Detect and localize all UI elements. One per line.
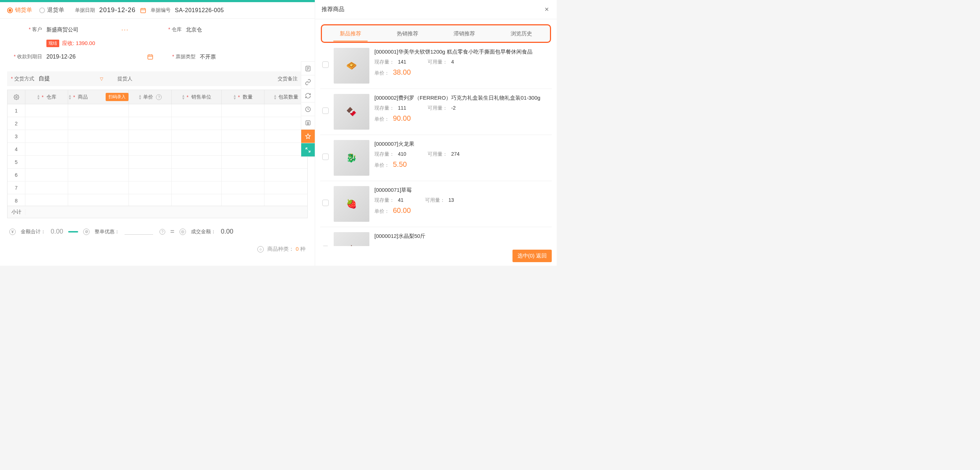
- totals-bar: ¥ 金额合计： 0.00 ⊘ 整单优惠： ? = ◎ 成交金额： 0.00: [0, 221, 315, 242]
- sort-icon: ▲▼: [274, 94, 277, 100]
- table-row[interactable]: 4: [8, 143, 307, 156]
- rail-link-icon[interactable]: [301, 75, 315, 89]
- table-row[interactable]: 3: [8, 130, 307, 143]
- product-name: [0000002]费列罗（FERRERO）巧克力礼盒装生日礼物礼盒装01-300…: [374, 94, 550, 102]
- due-date-field[interactable]: 2019-12-26: [46, 54, 76, 60]
- rail-expand-icon[interactable]: [301, 143, 315, 157]
- table-row[interactable]: 5: [8, 156, 307, 169]
- deal-label: 成交金额：: [191, 229, 216, 235]
- select-return-button[interactable]: 选中(0) 返回: [512, 250, 552, 262]
- customer-field[interactable]: 新盛商贸公司: [46, 26, 78, 33]
- item-checkbox[interactable]: [322, 107, 329, 114]
- table-row[interactable]: 7: [8, 182, 307, 194]
- product-image: 🍫: [334, 94, 369, 130]
- customer-label: 客户: [32, 26, 42, 32]
- item-kinds-label: 商品种类：: [267, 246, 294, 252]
- sort-icon: ▲▼: [233, 94, 237, 100]
- col-qty[interactable]: ▲▼ *数量: [222, 90, 264, 104]
- delivery-bar: *交货方式 自提 ▽ 提货人 交货备注: [7, 72, 308, 86]
- item-checkbox[interactable]: [322, 154, 329, 160]
- grid-body[interactable]: 12345678: [8, 104, 307, 206]
- tab-return-order[interactable]: 退货单: [39, 6, 64, 14]
- table-row[interactable]: 1: [8, 104, 307, 117]
- close-icon[interactable]: [544, 6, 550, 13]
- customer-more-icon[interactable]: ···: [121, 26, 129, 33]
- col-warehouse[interactable]: ▲▼ *仓库: [25, 90, 68, 104]
- rail-money-icon[interactable]: [301, 116, 315, 130]
- product-image: 🍐: [334, 232, 369, 246]
- recommend-item[interactable]: 🍫[0000002]费列罗（FERRERO）巧克力礼盒装生日礼物礼盒装01-30…: [320, 89, 552, 135]
- product-name: [0000001]华美华夫软饼1200g 糕点零食小吃手撕面包早餐休闲食品: [374, 48, 550, 56]
- doc-header: 销货单 退货单 单据日期 2019-12-26 单据编号 SA-20191226…: [0, 2, 315, 19]
- tab-new-recommend[interactable]: 新品推荐: [322, 25, 379, 42]
- item-checkbox[interactable]: [322, 200, 329, 206]
- table-row[interactable]: 8: [8, 194, 307, 206]
- recommend-item[interactable]: 🐉[0000007]火龙果现存量：410可用量：274单价：5.50: [320, 135, 552, 181]
- tab-browse-history[interactable]: 浏览历史: [493, 25, 550, 42]
- equals-icon: =: [170, 228, 175, 236]
- product-image: 🍓: [334, 186, 369, 222]
- subtotal-label: 小计: [8, 209, 25, 215]
- product-name: [00000071]草莓: [374, 186, 550, 194]
- receivable-text: 应收: 1390.00: [62, 40, 95, 47]
- warehouse-label: 仓库: [172, 26, 181, 32]
- rail-history-icon[interactable]: [301, 102, 315, 116]
- info-icon[interactable]: ?: [156, 94, 162, 100]
- subtotal-row: 小计: [8, 206, 307, 218]
- recommend-item[interactable]: 🧇[0000001]华美华夫软饼1200g 糕点零食小吃手撕面包早餐休闲食品现存…: [320, 43, 552, 89]
- rail-note-icon[interactable]: [301, 62, 315, 75]
- tab-slow-recommend[interactable]: 滞销推荐: [436, 25, 493, 42]
- side-tool-rail: [301, 61, 315, 157]
- sort-icon: ▲▼: [37, 94, 40, 100]
- recommend-item[interactable]: 🍓[00000071]草莓现存量：41可用量：13单价：60.00: [320, 181, 552, 227]
- panel-title: 推荐商品: [321, 6, 544, 13]
- discount-icon: ⊘: [83, 229, 89, 235]
- invoice-type-field[interactable]: 不开票: [200, 54, 216, 61]
- info-icon[interactable]: ?: [159, 229, 165, 235]
- delivery-mode-label: 交货方式: [14, 76, 34, 81]
- calendar-icon[interactable]: [140, 7, 146, 14]
- col-product[interactable]: ▲▼ *商品 扫码录入: [68, 90, 129, 104]
- discount-label: 整单优惠：: [95, 229, 119, 235]
- recommend-list[interactable]: 🧇[0000001]华美华夫软饼1200g 糕点零食小吃手撕面包早餐休闲食品现存…: [315, 43, 557, 246]
- sort-icon: ▲▼: [181, 94, 185, 100]
- delivery-mode-field[interactable]: 自提: [38, 75, 50, 83]
- total-value: 0.00: [51, 228, 63, 235]
- gear-icon: [14, 94, 19, 100]
- invoice-type-label: 票据类型: [176, 54, 196, 59]
- recommend-tabs: 新品推荐 热销推荐 滞销推荐 浏览历史: [321, 24, 551, 43]
- product-image: 🐉: [334, 140, 369, 176]
- count-icon: ○: [257, 246, 264, 252]
- product-name: [0000007]火龙果: [374, 140, 550, 148]
- col-sales-unit[interactable]: ▲▼ *销售单位: [172, 90, 222, 104]
- grid-settings-cell[interactable]: [8, 90, 25, 104]
- calendar-icon[interactable]: [147, 54, 153, 60]
- tab-sales-label: 销货单: [15, 6, 32, 14]
- discount-input[interactable]: [124, 229, 153, 235]
- product-name: [0000012]水晶梨50斤: [374, 232, 550, 241]
- items-grid: ▲▼ *仓库 ▲▼ *商品 扫码录入 ▲▼ 单价 ? ▲▼ *销售单位: [7, 90, 308, 218]
- radio-icon: [7, 8, 13, 13]
- recommend-item[interactable]: 🍐[0000012]水晶梨50斤: [320, 227, 552, 246]
- doc-num-label: 单据编号: [151, 7, 170, 14]
- product-image: 🧇: [334, 48, 369, 84]
- warehouse-field[interactable]: 北京仓: [186, 26, 202, 33]
- table-row[interactable]: 2: [8, 117, 307, 130]
- tab-sales-order[interactable]: 销货单: [7, 6, 32, 14]
- col-price[interactable]: ▲▼ 单价 ?: [129, 90, 172, 104]
- table-row[interactable]: 6: [8, 169, 307, 182]
- doc-date-value[interactable]: 2019-12-26: [99, 6, 135, 14]
- rail-sync-icon[interactable]: [301, 89, 315, 102]
- sort-icon: ▲▼: [138, 94, 142, 100]
- item-checkbox[interactable]: [322, 61, 329, 68]
- svg-rect-0: [141, 8, 146, 13]
- rail-recommend-icon[interactable]: [301, 130, 315, 143]
- tab-hot-recommend[interactable]: 热销推荐: [379, 25, 436, 42]
- picker-input[interactable]: [136, 76, 200, 81]
- item-kinds-value: 0: [296, 246, 298, 252]
- doc-date-label: 单据日期: [75, 7, 95, 14]
- due-date-label: 收款到期日: [17, 54, 42, 59]
- sort-icon: ▲▼: [68, 94, 72, 100]
- chevron-down-icon[interactable]: ▽: [100, 76, 103, 81]
- scan-entry-button[interactable]: 扫码录入: [106, 93, 129, 101]
